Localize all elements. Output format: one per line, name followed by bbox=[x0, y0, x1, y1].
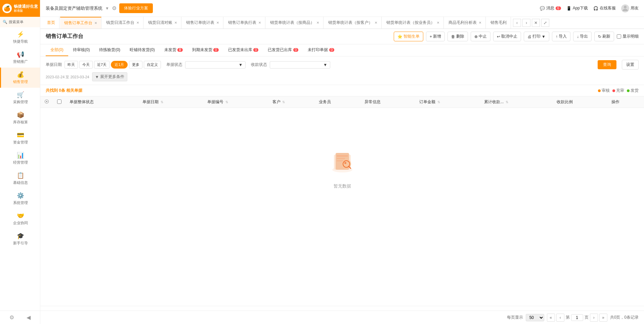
system-settings-icon[interactable]: ⚙ bbox=[112, 5, 117, 11]
tab-close-icon[interactable]: ✕ bbox=[316, 21, 319, 25]
filter-tab-pending-check[interactable]: 待拣验货(0) bbox=[94, 44, 125, 56]
sidebar-search[interactable]: 🔍 搜索菜单 bbox=[0, 17, 40, 27]
tab-prev-button[interactable]: ‹ bbox=[513, 19, 521, 27]
tab-next-button[interactable]: › bbox=[522, 19, 530, 27]
online-service-item[interactable]: 🎧 在线客服 bbox=[593, 5, 616, 11]
query-button[interactable]: 查询 bbox=[598, 60, 616, 69]
page-next-button[interactable]: › bbox=[590, 314, 598, 322]
th-date[interactable]: 单据日期 ⇅ bbox=[138, 96, 203, 108]
tab-sales-customer[interactable]: 销货单统计表（按客户） ✕ bbox=[324, 17, 382, 29]
tab-sales-exec[interactable]: 销售订单执行表 ✕ bbox=[224, 17, 265, 29]
delete-button[interactable]: 🗑 删除 bbox=[447, 32, 468, 41]
date-option-7days[interactable]: 近7天 bbox=[94, 61, 110, 69]
page-prev-button[interactable]: ‹ bbox=[556, 314, 564, 322]
app-download-item[interactable]: 📱 App下载 bbox=[566, 5, 588, 11]
sidebar-item-cooperation[interactable]: 🤝 企业协同 bbox=[0, 209, 40, 229]
show-detail-checkbox[interactable] bbox=[617, 34, 621, 39]
sidebar-collapse-btn[interactable]: ◀ bbox=[27, 314, 31, 321]
page-size-select[interactable]: 50 10 20 100 bbox=[526, 314, 544, 321]
stop-button[interactable]: ⊗ 中止 bbox=[471, 32, 490, 41]
user-area[interactable]: 用友 bbox=[621, 4, 639, 12]
tab-close-all-button[interactable]: ✕ bbox=[532, 19, 540, 27]
expand-conditions-button[interactable]: ▼ 展开更多条件 bbox=[92, 72, 127, 81]
reject-action[interactable]: 充审 bbox=[612, 88, 624, 93]
smart-create-button[interactable]: ⭐ 智能生单 bbox=[394, 32, 423, 41]
date-option-more[interactable]: 更多 bbox=[129, 61, 142, 69]
show-detail-label[interactable]: 显示明细 bbox=[617, 34, 639, 39]
th-number[interactable]: 单据编号 ⇅ bbox=[203, 96, 268, 108]
page-number-input[interactable] bbox=[571, 314, 583, 321]
sidebar-item-sales[interactable]: 💰 销售管理 bbox=[0, 68, 40, 88]
tab-close-icon[interactable]: ✕ bbox=[479, 21, 481, 25]
tab-sales-staff[interactable]: 销货单统计表（按业务员） ✕ bbox=[382, 17, 444, 29]
topbar: 装备及固定资产辅助管理系统 ▼ ⚙ 体验行业方案 💬 消息 6 📱 App下载 … bbox=[40, 0, 644, 17]
sidebar-item-basic[interactable]: 📋 基础信息 bbox=[0, 168, 40, 189]
filter-tab-wangpu[interactable]: 旺铺待发货(0) bbox=[125, 44, 160, 56]
payment-input[interactable] bbox=[273, 63, 323, 67]
main-content: 装备及固定资产辅助管理系统 ▼ ⚙ 体验行业方案 💬 消息 6 📱 App下载 … bbox=[40, 0, 644, 324]
th-checkbox[interactable] bbox=[53, 96, 66, 108]
sidebar-item-finance[interactable]: 💳 资金管理 bbox=[0, 128, 40, 148]
th-staff[interactable]: 业务员 bbox=[315, 96, 360, 108]
export-button[interactable]: ↓ 导出 bbox=[573, 32, 592, 41]
tab-cash-reconcile[interactable]: 钱货日清对账 ✕ bbox=[144, 17, 181, 29]
sidebar-item-quick-nav[interactable]: ⚡ 快捷导航 bbox=[0, 27, 40, 47]
new-button[interactable]: + 新增 bbox=[426, 32, 445, 41]
sidebar-settings-btn[interactable]: ⚙ bbox=[9, 314, 14, 321]
filter-tab-unsent[interactable]: 未发货 0 bbox=[160, 44, 187, 56]
th-collected[interactable]: 累计收款... ⇅ bbox=[480, 96, 553, 108]
tab-close-icon[interactable]: ✕ bbox=[94, 21, 97, 25]
status-input-wrap[interactable]: ▼ bbox=[185, 61, 246, 69]
ship-action[interactable]: 发货 bbox=[627, 88, 639, 93]
th-customer[interactable]: 客户 ⇅ bbox=[268, 96, 315, 108]
industry-solution-button[interactable]: 体验行业方案 bbox=[119, 3, 153, 13]
sidebar-item-guide[interactable]: 🎓 新手引导 bbox=[0, 229, 40, 249]
tab-cash-daily[interactable]: 钱货日清工作台 ✕ bbox=[102, 17, 143, 29]
date-option-yesterday[interactable]: 昨天 bbox=[65, 61, 78, 69]
tab-margin-analysis[interactable]: 商品毛利分析表 ✕ bbox=[444, 17, 486, 29]
payment-input-wrap[interactable]: ▼ bbox=[270, 61, 330, 69]
select-all-checkbox[interactable] bbox=[57, 99, 61, 104]
sidebar-item-operation[interactable]: 📊 经营管理 bbox=[0, 148, 40, 168]
date-option-today[interactable]: 今天 bbox=[79, 61, 93, 69]
tab-sales-profit[interactable]: 销售毛利 bbox=[486, 17, 511, 29]
horizontal-scrollbar[interactable] bbox=[40, 306, 644, 311]
tab-sales-stat[interactable]: 销售订单统计表 ✕ bbox=[182, 17, 223, 29]
page-first-button[interactable]: « bbox=[547, 314, 555, 322]
filter-tab-unprinted[interactable]: 未打印单据 0 bbox=[303, 44, 339, 56]
sidebar-item-marketing[interactable]: 📢 营销推广 bbox=[0, 47, 40, 68]
filter-tab-overdue[interactable]: 到期未发货 0 bbox=[187, 44, 223, 56]
status-input[interactable] bbox=[188, 63, 239, 67]
th-exception: 异常信息 bbox=[360, 96, 415, 108]
filter-tab-sent-not-out[interactable]: 已发货未出库 0 bbox=[223, 44, 263, 56]
tab-sales-workbench[interactable]: 销售订单工作台 ✕ bbox=[60, 17, 101, 29]
print-button[interactable]: 🖨 打印 ▼ bbox=[524, 32, 549, 41]
th-settings[interactable] bbox=[40, 96, 53, 108]
import-button[interactable]: ↑ 导入 bbox=[552, 32, 570, 41]
filter-tab-sent-out[interactable]: 已发货已出库 0 bbox=[263, 44, 303, 56]
date-option-custom[interactable]: 自定义 bbox=[144, 61, 161, 69]
th-amount[interactable]: 订单金额 ⇅ bbox=[415, 96, 480, 108]
tab-close-icon[interactable]: ✕ bbox=[136, 21, 139, 25]
cancel-stop-button[interactable]: ↩ 取消中止 bbox=[493, 32, 521, 41]
sidebar-item-inventory[interactable]: 📦 库存核算 bbox=[0, 108, 40, 128]
filter-tab-all[interactable]: 全部(0) bbox=[46, 44, 68, 56]
sidebar-item-purchase[interactable]: 🛒 采购管理 bbox=[0, 88, 40, 108]
tab-close-icon[interactable]: ✕ bbox=[375, 21, 377, 25]
sidebar-item-system[interactable]: ⚙️ 系统管理 bbox=[0, 189, 40, 209]
tab-home[interactable]: 首页 bbox=[43, 17, 59, 29]
tab-close-icon[interactable]: ✕ bbox=[437, 21, 439, 25]
tab-sales-product[interactable]: 销货单统计表（按商品） ✕ bbox=[266, 17, 324, 29]
approve-action[interactable]: 审核 bbox=[598, 88, 610, 93]
tab-close-icon[interactable]: ✕ bbox=[216, 21, 219, 25]
tab-close-icon[interactable]: ✕ bbox=[174, 21, 177, 25]
refresh-button[interactable]: ↻ 刷新 bbox=[594, 32, 614, 41]
sidebar-item-label: 营销推广 bbox=[13, 59, 28, 64]
tab-expand-button[interactable]: ⤢ bbox=[541, 19, 549, 27]
search-settings-button[interactable]: 设置 bbox=[622, 60, 639, 70]
tab-close-icon[interactable]: ✕ bbox=[258, 21, 261, 25]
filter-tab-pending[interactable]: 待审核(0) bbox=[68, 44, 95, 56]
date-option-1month[interactable]: 近1月 bbox=[111, 61, 128, 69]
page-last-button[interactable]: » bbox=[599, 314, 607, 322]
message-item[interactable]: 💬 消息 6 bbox=[540, 5, 561, 11]
